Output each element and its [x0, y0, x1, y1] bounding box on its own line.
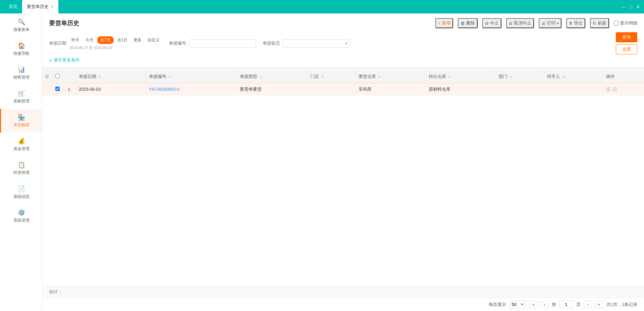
sidebar-item-sales[interactable]: 📊 销售管理: [0, 61, 42, 85]
sidebar-item-search-menu[interactable]: 🔍 搜索菜单: [0, 13, 42, 37]
table-settings-icon[interactable]: ⚙: [45, 74, 49, 79]
tab-history-label: 要货单历史: [27, 4, 49, 10]
filter-settings-button[interactable]: 设置: [616, 44, 637, 54]
row-1-pending-warehouse: 原材料仓库: [426, 83, 496, 95]
expand-more-btn[interactable]: ∨ 展开更多条件: [49, 54, 637, 64]
refresh-button[interactable]: ↻ 刷新: [590, 18, 609, 28]
first-page-btn[interactable]: «: [529, 301, 538, 308]
page-number-input[interactable]: 1: [559, 301, 573, 308]
sidebar-item-inventory[interactable]: 🏪 库存核算: [0, 109, 42, 133]
inventory-icon: 🏪: [18, 114, 25, 121]
col-checkbox: [52, 70, 62, 83]
tab-history-close-icon[interactable]: ✕: [51, 5, 54, 9]
col-store-label: 门店: [310, 74, 319, 79]
tab-home[interactable]: 首页: [4, 0, 22, 13]
row-1-num: 1: [62, 83, 76, 95]
row-1-delete-icon[interactable]: ⊟: [612, 86, 617, 92]
date-filter-label: 单据日期: [49, 40, 66, 46]
doc-number-input[interactable]: [189, 39, 256, 48]
col-handler-sort-icon[interactable]: ⇅: [562, 75, 565, 79]
doc-number-label: 单据编号: [169, 40, 186, 46]
col-store-sort-icon[interactable]: ⇅: [321, 75, 324, 79]
col-store: 门店 ⇅: [307, 70, 356, 83]
query-button[interactable]: 查询: [616, 32, 637, 42]
print-button[interactable]: 🖨 打印 ▾: [539, 18, 561, 28]
stop-button[interactable]: ⊘ 中止: [482, 18, 501, 28]
print-label: 打印: [547, 20, 556, 26]
sidebar-item-system-label: 系统管理: [13, 218, 30, 223]
row-1-checkbox: [52, 83, 62, 95]
col-req-warehouse-label: 要货仓库: [359, 74, 376, 79]
row-1-edit-icon[interactable]: ⊞: [606, 86, 610, 92]
cancel-stop-button[interactable]: ⊘ 取消中止: [506, 18, 534, 28]
col-settings: ⚙: [42, 70, 52, 83]
row-1-doc-no: YH-20230602-0: [146, 83, 237, 95]
col-date: 单据日期 ⇅: [76, 70, 146, 83]
filter-actions: 查询 设置: [616, 32, 637, 54]
row-1-select-checkbox[interactable]: [55, 87, 60, 91]
date-btn-1month[interactable]: 近1月: [115, 36, 130, 44]
next-page-btn[interactable]: ›: [584, 301, 591, 308]
col-req-warehouse-sort-icon[interactable]: ⇅: [378, 75, 381, 79]
row-1-settings: [42, 83, 52, 95]
select-all-checkbox[interactable]: [55, 74, 60, 78]
date-btn-yesterday[interactable]: 昨天: [69, 36, 82, 44]
date-range-display: 2023-05-27 至 2023-06-02: [69, 45, 162, 50]
col-pending-warehouse-sort-icon[interactable]: ⇅: [448, 75, 451, 79]
table-row: 1 2023-06-02 YH-20230602-0 要货单要货 车间库 原材料…: [42, 83, 644, 95]
prev-page-btn[interactable]: ‹: [541, 301, 548, 308]
window-minimize-btn[interactable]: —: [621, 4, 626, 9]
window-maximize-btn[interactable]: □: [630, 4, 632, 9]
col-date-sort-icon[interactable]: ⇅: [98, 75, 101, 79]
col-doc-no-sort-icon[interactable]: ⇅: [168, 75, 171, 79]
col-department-sort-icon[interactable]: ⇅: [509, 75, 512, 79]
col-pending-warehouse-label: 待出仓库: [429, 74, 446, 79]
summary-label: 合计：: [49, 289, 62, 295]
col-doc-no-label: 单据编号: [149, 74, 166, 79]
row-1-doc-no-link[interactable]: YH-20230602-0: [149, 87, 180, 92]
row-1-doc-type: 要货单要货: [237, 83, 307, 95]
sidebar-item-quick-nav-label: 快捷导航: [13, 51, 30, 56]
base-info-icon: 📄: [18, 185, 25, 192]
sidebar-item-purchase[interactable]: 🛒 采购管理: [0, 85, 42, 109]
print-icon: 🖨: [541, 21, 546, 26]
stop-label: 中止: [490, 20, 499, 26]
sidebar-item-inventory-label: 库存核算: [13, 122, 30, 128]
purchase-icon: 🛒: [18, 90, 25, 97]
sidebar-item-system[interactable]: ⚙️ 系统管理: [0, 204, 42, 228]
top-bar: 首页 要货单历史 ✕ — □ ✕: [0, 0, 644, 13]
date-btn-7days[interactable]: 近7天: [97, 36, 114, 44]
sidebar-item-finance[interactable]: 💰 资金管理: [0, 133, 42, 157]
display-detail-input[interactable]: [614, 21, 619, 26]
toolbar: + 新增 🗑 删除 ⊘ 中止 ⊘ 取消中止 🖨 打: [435, 18, 637, 28]
col-doc-type-sort-icon[interactable]: ⇅: [260, 75, 262, 79]
date-btn-today[interactable]: 今天: [83, 36, 96, 44]
date-btn-more[interactable]: 更多: [131, 36, 144, 44]
tab-history[interactable]: 要货单历史 ✕: [22, 0, 58, 13]
col-actions: 操作: [603, 70, 644, 83]
sidebar-item-quick-nav[interactable]: 🏠 快捷导航: [0, 37, 42, 61]
sidebar-item-sales-label: 销售管理: [13, 75, 30, 80]
display-detail-checkbox[interactable]: 显示明细: [614, 20, 637, 26]
delete-button[interactable]: 🗑 删除: [458, 18, 478, 28]
main-layout: 🔍 搜索菜单 🏠 快捷导航 📊 销售管理 🛒 采购管理 🏪 库存核算 💰 资金管…: [0, 13, 644, 311]
date-btn-custom[interactable]: 自定义: [145, 36, 162, 44]
search-menu-icon: 🔍: [18, 18, 25, 26]
col-department: 部门 ⇅: [496, 70, 544, 83]
col-doc-type: 单据类型 ⇅: [237, 70, 307, 83]
last-page-btn[interactable]: »: [595, 301, 603, 308]
expand-down-icon: ∨: [49, 58, 52, 63]
export-label: 导出: [574, 20, 583, 26]
col-date-label: 单据日期: [79, 74, 96, 79]
doc-status-select[interactable]: [283, 39, 350, 48]
sidebar-item-base-info[interactable]: 📄 基础信息: [0, 180, 42, 204]
sidebar: 🔍 搜索菜单 🏠 快捷导航 📊 销售管理 🛒 采购管理 🏪 库存核算 💰 资金管…: [0, 13, 42, 311]
sidebar-item-operations[interactable]: 📋 经营管理: [0, 157, 42, 180]
window-close-btn[interactable]: ✕: [636, 4, 640, 9]
page-size-select[interactable]: 10 20 50 100: [509, 301, 526, 308]
finance-icon: 💰: [18, 137, 25, 145]
refresh-label: 刷新: [598, 20, 606, 26]
new-button[interactable]: + 新增: [435, 18, 453, 28]
export-button[interactable]: ⬆ 导出: [566, 18, 585, 28]
table-footer: 合计：: [42, 286, 644, 298]
